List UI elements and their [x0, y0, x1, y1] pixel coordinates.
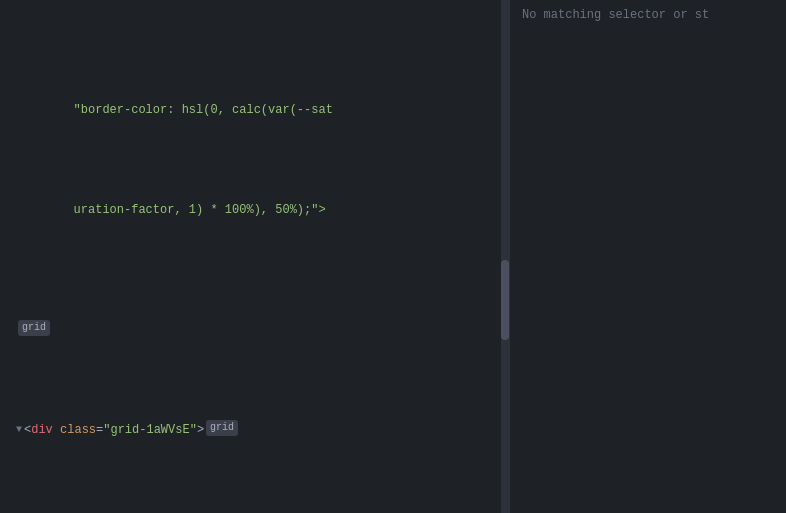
line-div-grid[interactable]: <div class="grid-1aWVsE" > grid: [0, 420, 509, 440]
line-attr-continuation: uration-factor, 1) * 100%), 50%);">: [0, 180, 509, 240]
scrollbar-thumb[interactable]: [501, 260, 509, 340]
attr-class-value: "grid-1aWVsE": [103, 420, 197, 440]
line-text: "border-color: hsl(0, calc(var(--sat: [16, 80, 501, 140]
line-text: uration-factor, 1) * 100%), 50%);">: [16, 180, 501, 240]
styles-panel: No matching selector or st: [510, 0, 786, 513]
line-attr-value: "border-color: hsl(0, calc(var(--sat: [0, 80, 509, 140]
attr-continuation-text: uration-factor, 1) * 100%), 50%);">: [74, 203, 326, 217]
attr-value-text: "border-color: hsl(0, calc(var(--sat: [74, 103, 333, 117]
dom-inspector-panel: "border-color: hsl(0, calc(var(--sat ura…: [0, 0, 510, 513]
grid-badge: grid: [18, 320, 50, 336]
code-area: "border-color: hsl(0, calc(var(--sat ura…: [0, 0, 509, 513]
scrollbar[interactable]: [501, 0, 509, 513]
no-match-text: No matching selector or st: [522, 4, 709, 22]
tag-div: div: [31, 420, 53, 440]
attr-class: class: [53, 420, 96, 440]
line-badge: grid: [0, 320, 509, 340]
triangle-icon[interactable]: [16, 420, 22, 440]
grid-badge-2: grid: [206, 420, 238, 436]
